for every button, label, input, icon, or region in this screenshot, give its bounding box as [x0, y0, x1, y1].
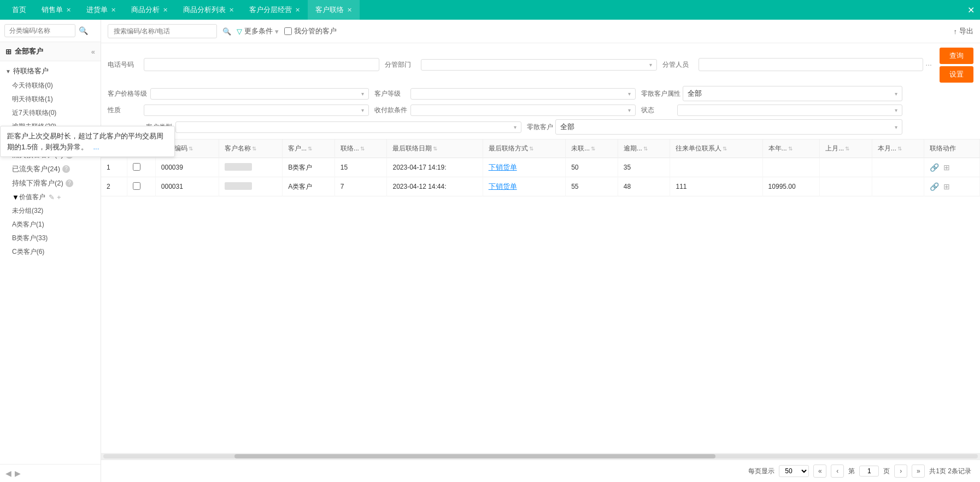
- col-related-contact[interactable]: 往来单位联系人⇅: [670, 140, 762, 158]
- scatter-attr-arrow-icon: ▾: [895, 91, 897, 97]
- customer-type-select[interactable]: ▾: [175, 121, 521, 133]
- row1-code: 000039: [155, 158, 219, 177]
- week-pending-item[interactable]: 近7天待联络(0): [0, 106, 101, 120]
- status-select[interactable]: ▾: [677, 104, 902, 116]
- row2-name: [219, 177, 282, 196]
- churned-item[interactable]: 已流失客户(24) ?: [0, 162, 101, 176]
- col-uncontacted[interactable]: 未联...⇅: [566, 140, 618, 158]
- col-contact-count[interactable]: 联络...⇅: [335, 140, 387, 158]
- row2-last-contact-method[interactable]: 下销货单: [483, 177, 566, 196]
- tomorrow-pending-item[interactable]: 明天待联络(1): [0, 92, 101, 106]
- nav-label-home: 首页: [12, 5, 26, 15]
- per-page-label: 每页显示: [748, 467, 774, 476]
- col-overdue[interactable]: 逾期...⇅: [618, 140, 670, 158]
- nature-select[interactable]: ▾: [144, 104, 369, 116]
- table-row: 1 000039 B类客户 15 2023-04-17 14:19:: [101, 158, 980, 177]
- row1-grid-icon[interactable]: ⊞: [943, 163, 950, 172]
- row1-link-icon[interactable]: 🔗: [930, 163, 939, 172]
- per-page-select[interactable]: 50 100 200: [779, 465, 809, 477]
- edit-group-icon[interactable]: ✎: [49, 193, 55, 201]
- row2-checkbox: [127, 177, 155, 196]
- scrollbar-thumb[interactable]: [234, 454, 715, 458]
- my-customers-checkbox[interactable]: [284, 27, 292, 35]
- price-level-select[interactable]: ▾: [150, 88, 369, 100]
- horizontal-scrollbar[interactable]: [101, 453, 980, 460]
- close-sales-icon[interactable]: ✕: [66, 7, 71, 14]
- col-last-month[interactable]: 上月...⇅: [820, 140, 872, 158]
- a-class-item[interactable]: A类客户(1): [0, 218, 101, 231]
- query-button[interactable]: 查询: [940, 48, 973, 64]
- scatter-customer-select[interactable]: 全部 ▾: [555, 119, 902, 135]
- customer-level-select[interactable]: ▾: [410, 88, 636, 100]
- value-customer-group-header[interactable]: ▼ 价值客户 ✎ +: [0, 190, 101, 204]
- manager-filter: 分管人员 ···: [662, 58, 934, 71]
- row2-grid-icon[interactable]: ⊞: [943, 182, 950, 191]
- scatter-customer-arrow-icon: ▾: [895, 124, 897, 130]
- prev-page-button[interactable]: ‹: [831, 464, 844, 478]
- search-button-icon[interactable]: 🔍: [222, 27, 231, 36]
- nav-item-product-analysis[interactable]: 商品分析 ✕: [124, 0, 175, 20]
- next-page-button[interactable]: ›: [894, 464, 907, 478]
- col-year-amount[interactable]: 本年...⇅: [762, 140, 820, 158]
- customer-type-filter: 客户类型 ▾: [146, 121, 521, 133]
- nature-filter: 性质 ▾: [108, 104, 369, 116]
- declining-question-icon[interactable]: ?: [66, 179, 73, 187]
- main-layout: 🔍 ⊞ 全部客户 « ▼ 待联络客户 今天待联络(0) 明天待联络(1) 近7天…: [0, 20, 980, 482]
- sidebar-next-icon[interactable]: ▶: [15, 469, 21, 478]
- dept-select[interactable]: ▾: [421, 59, 656, 71]
- sidebar-search-input[interactable]: [4, 24, 75, 37]
- ungrouped-item[interactable]: 未分组(32): [0, 204, 101, 218]
- manager-dots-icon[interactable]: ···: [923, 60, 934, 69]
- phone-input[interactable]: [144, 58, 379, 71]
- export-button[interactable]: ↑ 导出: [954, 26, 974, 36]
- collapse-sidebar-icon[interactable]: «: [91, 48, 95, 56]
- payment-select[interactable]: ▾: [410, 104, 636, 116]
- manager-input[interactable]: [699, 58, 924, 71]
- col-last-contact-date[interactable]: 最后联络日期⇅: [387, 140, 483, 158]
- row2-select-checkbox[interactable]: [133, 182, 140, 190]
- today-pending-item[interactable]: 今天待联络(0): [0, 79, 101, 92]
- close-customer-tier-icon[interactable]: ✕: [295, 7, 300, 14]
- col-this-month[interactable]: 本月...⇅: [872, 140, 924, 158]
- nav-item-customer-tier[interactable]: 客户分层经营 ✕: [242, 0, 308, 20]
- more-conditions-btn[interactable]: ▽ 更多条件 ▾: [237, 26, 279, 36]
- pending-contact-group[interactable]: ▼ 待联络客户: [0, 63, 101, 79]
- c-class-item[interactable]: C类客户(6): [0, 245, 101, 259]
- row1-this-month: [872, 158, 924, 177]
- nav-item-sales[interactable]: 销售单 ✕: [34, 0, 79, 20]
- status-filter: 状态 ▾: [641, 104, 902, 116]
- nav-item-customer-contact[interactable]: 客户联络 ✕: [308, 0, 360, 20]
- row2-action-icons: 🔗 ⊞: [930, 182, 974, 191]
- settings-button[interactable]: 设置: [940, 66, 973, 83]
- col-last-contact-method[interactable]: 最后联络方式⇅: [483, 140, 566, 158]
- page-number-input[interactable]: [859, 466, 879, 477]
- all-customers-title[interactable]: ⊞ 全部客户 «: [0, 42, 101, 61]
- close-purchase-icon[interactable]: ✕: [111, 7, 116, 14]
- close-customer-contact-icon[interactable]: ✕: [347, 7, 352, 14]
- col-type[interactable]: 客户...⇅: [283, 140, 335, 158]
- close-product-analysis-list-icon[interactable]: ✕: [229, 7, 234, 14]
- row2-uncontacted: 55: [566, 177, 618, 196]
- row1-last-contact-method[interactable]: 下销货单: [483, 158, 566, 177]
- col-name[interactable]: 客户名称⇅: [219, 140, 282, 158]
- row2-link-icon[interactable]: 🔗: [930, 182, 939, 191]
- table-wrapper[interactable]: ⚙ 客户编码⇅ 客户名称⇅ 客户...⇅ 联络...⇅ 最后联络日期⇅ 最后联络…: [101, 140, 980, 453]
- sidebar-search-icon[interactable]: 🔍: [79, 26, 88, 35]
- churned-question-icon[interactable]: ?: [62, 165, 70, 173]
- scatter-attr-select[interactable]: 全部 ▾: [683, 86, 902, 101]
- nav-item-product-analysis-list[interactable]: 商品分析列表 ✕: [175, 0, 242, 20]
- scatter-attr-filter: 零散客户属性 全部 ▾: [641, 86, 902, 101]
- row2-last-contact-date: 2023-04-12 14:44:: [387, 177, 483, 196]
- nav-item-purchase[interactable]: 进货单 ✕: [79, 0, 124, 20]
- last-page-button[interactable]: »: [912, 464, 925, 478]
- first-page-button[interactable]: «: [813, 464, 826, 478]
- nav-item-home[interactable]: 首页: [4, 0, 34, 20]
- close-product-analysis-icon[interactable]: ✕: [163, 7, 168, 14]
- search-input[interactable]: [108, 24, 217, 38]
- add-group-icon[interactable]: +: [57, 193, 61, 201]
- close-all-tabs-icon[interactable]: ✕: [967, 5, 975, 15]
- declining-item[interactable]: 持续下滑客户(2) ?: [0, 176, 101, 190]
- row1-select-checkbox[interactable]: [133, 163, 140, 171]
- b-class-item[interactable]: B类客户(33): [0, 231, 101, 245]
- sidebar-prev-icon[interactable]: ◀: [5, 469, 11, 478]
